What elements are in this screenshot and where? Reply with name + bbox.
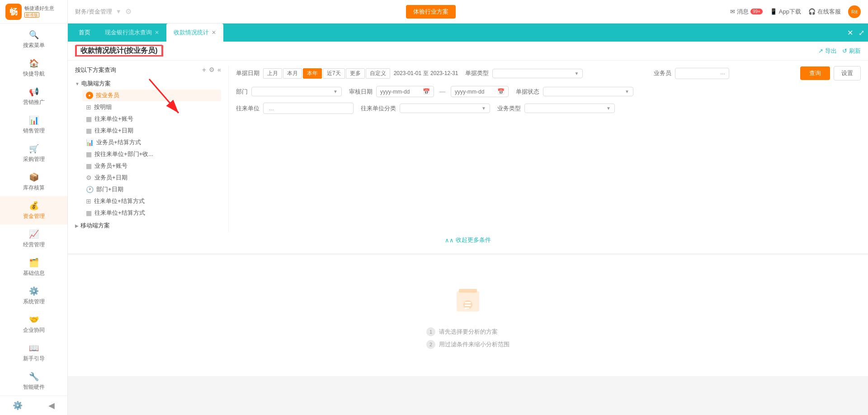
dept-select[interactable]: ▼ (251, 87, 342, 96)
salesman-select[interactable]: ··· (675, 68, 729, 79)
empty-state: 1 请先选择要分析的方案 2 用过滤条件来缩小分析范围 (68, 255, 868, 376)
partner-cat-arrow: ▼ (481, 106, 486, 111)
refresh-btn[interactable]: ↺ 刷新 (842, 47, 861, 55)
scheme-group-pc-header[interactable]: ▼ 电脑端方案 (75, 78, 221, 90)
basic-icon: 🗂️ (29, 258, 39, 268)
filter-row-3: 往来单位 ... 往来单位分类 ▼ (236, 103, 861, 114)
biz-type-arrow: ▼ (606, 106, 611, 111)
sidebar-item-guide[interactable]: 📖 新手引导 (0, 339, 67, 367)
app-download-btn[interactable]: 📱 App下载 (770, 8, 801, 16)
scheme-settings-btn[interactable]: ⚙ (209, 66, 215, 74)
logo-text: 畅捷通好生意 标准版 (24, 5, 54, 18)
export-btn[interactable]: ↗ 导出 (818, 47, 837, 55)
scheme-item-detail[interactable]: ⊞ 按明细 (82, 101, 221, 113)
step-2-text: 用过滤条件来缩小分析范围 (439, 340, 509, 349)
avatar[interactable]: Rit (848, 5, 861, 18)
scheme-item-partner-account[interactable]: ▦ 往来单位+账号 (82, 113, 221, 125)
sidebar-nav: 🔍 搜索菜单 🏠 快捷导航 📢 营销推广 📊 销售管理 🛒 采购管理 📦 (0, 24, 67, 396)
step-1-text: 请先选择要分析的方案 (439, 328, 498, 336)
sidebar-item-finance[interactable]: 💰 资金管理 (0, 196, 67, 225)
sidebar-item-sales[interactable]: 📊 销售管理 (0, 111, 67, 139)
setting-btn[interactable]: 设置 (834, 66, 861, 80)
online-service-btn[interactable]: 🎧 在线客服 (808, 8, 841, 16)
purchase-icon: 🛒 (29, 144, 39, 154)
partner-more-icon[interactable]: ... (269, 105, 274, 112)
tab-bank[interactable]: 现金银行流水查询 ✕ (98, 24, 166, 42)
calendar-icon-from: 📅 (423, 88, 430, 95)
svg-rect-5 (465, 307, 469, 309)
sidebar-item-search[interactable]: 🔍 搜索菜单 (0, 25, 67, 54)
scheme-tree: ▼ 电脑端方案 ● 按业务员 (75, 78, 221, 231)
export-icon: ↗ (818, 47, 823, 54)
gear-settings-icon[interactable]: ⚙ (125, 7, 132, 16)
query-actions: 查询 设置 (800, 66, 861, 80)
tab-bank-close[interactable]: ✕ (155, 29, 159, 36)
date-btn-more[interactable]: 更多 (346, 68, 365, 79)
date-btn-this-month[interactable]: 本月 (283, 68, 302, 79)
scheme-item-salesman-settlement[interactable]: 📊 业务员+结算方式 (82, 137, 221, 148)
partner-label: 往来单位 (236, 104, 259, 113)
tab-close-window-icon[interactable]: ✕ (847, 28, 853, 37)
date-btn-this-year[interactable]: 本年 (303, 68, 322, 79)
tab-bar: 首页 现金银行流水查询 ✕ 收款情况统计 ✕ ✕ ⤢ (68, 24, 868, 42)
filter-section: 按以下方案查询 + ⚙ « ▼ (75, 66, 861, 232)
logo-icon: 畅 (5, 4, 22, 20)
scheme-group-mobile-header[interactable]: ▶ 移动端方案 (75, 220, 221, 231)
scheme-collapse-btn[interactable]: « (217, 66, 221, 74)
scheme-item-partner-dept[interactable]: ▦ 按往来单位+部门+收... (82, 148, 221, 160)
sidebar-item-system[interactable]: ⚙️ 系统管理 (0, 282, 67, 310)
footer-collapse-btn[interactable]: ◀ (48, 401, 55, 410)
partner-input[interactable]: ... (263, 103, 354, 114)
partner-category-select[interactable]: ▼ (400, 104, 490, 113)
date-quick-btns: 上月 本月 本年 近7天 更多 自定义 (263, 68, 390, 79)
salesman-field: 业务员 ··· (654, 68, 729, 79)
partner-field: 往来单位 ... (236, 103, 354, 114)
download-icon: 📱 (770, 8, 777, 15)
sidebar-item-business[interactable]: 📈 经营管理 (0, 225, 67, 253)
audit-to-input[interactable] (455, 89, 495, 95)
trial-industry-btn[interactable]: 体验行业方案 (406, 5, 456, 19)
date-btn-last-month[interactable]: 上月 (263, 68, 282, 79)
scheme-item-salesman[interactable]: ● 按业务员 (82, 90, 221, 101)
doc-status-select[interactable]: ▼ (543, 87, 633, 96)
doc-type-label: 单据类型 (465, 69, 489, 77)
sidebar-item-enterprise[interactable]: 🤝 企业协同 (0, 310, 67, 339)
salesman-more-icon[interactable]: ··· (720, 70, 725, 77)
scheme-item-partner-settlement2[interactable]: ▦ 往来单位+结算方式 (82, 207, 221, 219)
sidebar-item-hardware[interactable]: 🔧 智能硬件 (0, 367, 67, 396)
sidebar-item-basic[interactable]: 🗂️ 基础信息 (0, 253, 67, 282)
sidebar-item-marketing[interactable]: 📢 营销推广 (0, 82, 67, 111)
add-scheme-btn[interactable]: + (202, 66, 206, 74)
date-btn-custom[interactable]: 自定义 (366, 68, 390, 79)
audit-from-input[interactable] (380, 89, 421, 95)
mobile-group-arrow: ▶ (75, 223, 79, 228)
footer-settings-btn[interactable]: ⚙️ (13, 401, 23, 410)
collapse-bar[interactable]: ∧∧ 收起更多条件 (75, 232, 861, 248)
sidebar-item-inventory[interactable]: 📦 库存核算 (0, 168, 67, 196)
scheme-item-salesman-date[interactable]: ⚙ 业务员+日期 (82, 172, 221, 184)
detail-icon: ⊞ (86, 104, 91, 111)
messages-btn[interactable]: ✉ 消息 99+ (730, 8, 763, 16)
audit-date-to[interactable]: 📅 (451, 86, 509, 97)
doc-type-select[interactable]: ▼ (492, 69, 583, 78)
audit-date-from[interactable]: 📅 (376, 86, 434, 97)
query-btn[interactable]: 查询 (800, 66, 830, 80)
scheme-item-salesman-account[interactable]: ▦ 业务员+账号 (82, 160, 221, 172)
tab-maximize-icon[interactable]: ⤢ (859, 28, 864, 37)
date-label: 单据日期 (236, 69, 259, 77)
scheme-item-dept-date[interactable]: 🕐 部门+日期 (82, 184, 221, 195)
scheme-item-partner-date[interactable]: ▦ 往来单位+日期 (82, 125, 221, 137)
tab-home[interactable]: 首页 (71, 24, 98, 42)
sidebar-item-purchase[interactable]: 🛒 采购管理 (0, 139, 67, 168)
tab-receipt-close[interactable]: ✕ (212, 29, 216, 36)
dept-label: 部门 (236, 88, 248, 96)
date-btn-7days[interactable]: 近7天 (323, 68, 345, 79)
sidebar-item-quicknav[interactable]: 🏠 快捷导航 (0, 54, 67, 82)
biz-type-select[interactable]: ▼ (524, 104, 615, 113)
scheme-group-pc: ▼ 电脑端方案 ● 按业务员 (75, 78, 221, 219)
page-actions: ↗ 导出 ↺ 刷新 (818, 47, 861, 55)
scheme-item-partner-settlement1[interactable]: ⊞ 往来单位+结算方式 (82, 195, 221, 207)
tab-receipt[interactable]: 收款情况统计 ✕ (166, 24, 223, 42)
collapse-label: 收起更多条件 (456, 236, 491, 244)
partner-settle2-icon: ▦ (86, 209, 92, 217)
